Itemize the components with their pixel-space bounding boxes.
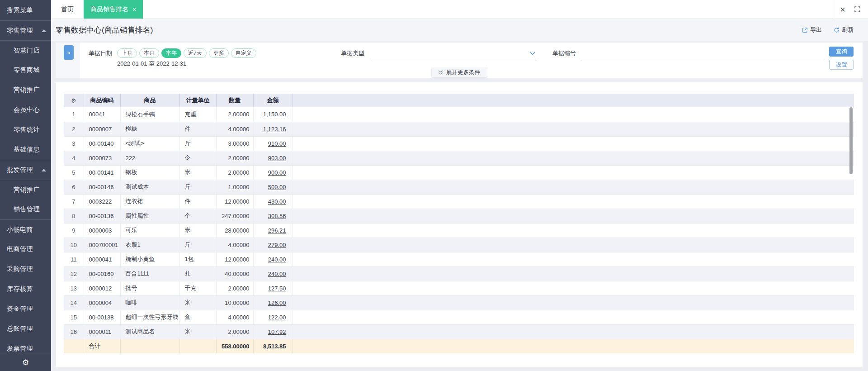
amount-link[interactable]: 910.00 [268, 140, 286, 147]
amount-link[interactable]: 127.50 [268, 285, 286, 292]
export-button[interactable]: 导出 [802, 26, 822, 34]
amount-link[interactable]: 279.00 [268, 242, 286, 248]
tab-close-icon[interactable]: × [132, 6, 136, 13]
quantity-cell: 2.00000 [216, 324, 253, 339]
refresh-button[interactable]: 刷新 [834, 26, 854, 34]
product-name-cell: 百合1111 [120, 266, 179, 281]
sidebar-item[interactable]: 零售管理 [0, 20, 51, 40]
sidebar-item[interactable]: 搜索菜单 [0, 0, 51, 20]
date-pill[interactable]: 近7天 [184, 48, 207, 58]
sidebar-item[interactable]: 基础信息 [0, 140, 51, 160]
date-pill[interactable]: 上月 [117, 48, 137, 58]
total-empty-cell [120, 339, 179, 353]
table-row[interactable]: 70003222连衣裙件12.00000430.00 [64, 194, 854, 209]
amount-link[interactable]: 900.00 [268, 169, 286, 176]
amount-link[interactable]: 240.00 [268, 271, 286, 277]
filter-panel: » 单据日期 上月本月本年近7天更多自定义 2022-01-01 至 2022-… [56, 43, 863, 78]
table-row[interactable]: 1200-00160百合1111扎40.00000240.00 [64, 266, 854, 281]
quantity-cell: 28.00000 [216, 223, 253, 238]
product-code-cell: 00041 [84, 107, 120, 122]
filler-cell [292, 223, 854, 238]
amount-link[interactable]: 240.00 [268, 256, 286, 263]
product-name-cell: 连衣裙 [120, 194, 179, 209]
table-row[interactable]: 110000041腌制小黄鱼1包12.00000240.00 [64, 252, 854, 266]
tab-product-sales-ranking[interactable]: 商品销售排名 × [84, 0, 143, 19]
amount-link[interactable]: 1,150.00 [263, 111, 286, 118]
sidebar-item[interactable]: 总账管理 [0, 319, 51, 339]
unit-cell: 千克 [179, 281, 216, 295]
sidebar-item[interactable]: 会员中心 [0, 100, 51, 120]
table-row[interactable]: 600-00146测试成本斤1.00000500.00 [64, 180, 854, 194]
sidebar-item[interactable]: 零售统计 [0, 120, 51, 140]
vertical-scrollbar-thumb[interactable] [849, 107, 853, 174]
close-window-icon[interactable]: × [840, 5, 845, 14]
sidebar-item[interactable]: 销售管理 [0, 200, 51, 219]
date-pill[interactable]: 更多 [209, 48, 229, 58]
column-settings-gear-icon[interactable]: ⚙ [71, 97, 76, 104]
sidebar-item[interactable]: 小畅电商 [0, 219, 51, 239]
date-pill[interactable]: 本月 [139, 48, 159, 58]
sidebar-item[interactable]: 营销推广 [0, 80, 51, 100]
unit-cell: 米 [179, 165, 216, 180]
tab-bar: 首页 商品销售排名 × × [51, 0, 868, 19]
expand-side-panel-button[interactable]: » [64, 45, 74, 60]
unit-cell: 克重 [179, 107, 216, 122]
amount-link[interactable]: 107.92 [268, 328, 286, 335]
expand-more-conditions-button[interactable]: 展开更多条件 [431, 67, 487, 78]
table-row[interactable]: 100041绿松石手镯克重2.000001,150.00 [64, 107, 854, 122]
sidebar-item[interactable]: 资金管理 [0, 299, 51, 319]
sidebar-settings-gear-icon[interactable]: ⚙ [22, 359, 29, 366]
amount-link[interactable]: 1,123.16 [263, 126, 286, 133]
amount-link[interactable]: 308.56 [268, 213, 286, 219]
amount-link[interactable]: 430.00 [268, 198, 286, 205]
unit-cell: 令 [179, 151, 216, 165]
quantity-cell: 12.00000 [216, 252, 253, 266]
sidebar-item-label: 基础信息 [14, 146, 40, 154]
table-row[interactable]: 800-00136属性属性个247.00000308.56 [64, 209, 854, 223]
amount-link[interactable]: 500.00 [268, 184, 286, 190]
filler-cell [292, 281, 854, 295]
chevron-up-icon [42, 169, 46, 171]
product-code-cell: 00-00136 [84, 209, 120, 223]
table-row[interactable]: 40000073222令2.00000903.00 [64, 151, 854, 165]
settings-button[interactable]: 设置 [829, 60, 854, 70]
date-range-text: 2022-01-01 至 2022-12-31 [117, 60, 256, 68]
amount-link[interactable]: 296.21 [268, 227, 286, 234]
table-header-row: ⚙ 商品编码 商品 计量单位 数量 金额 [64, 94, 854, 107]
date-pill[interactable]: 本年 [161, 48, 181, 58]
sidebar-item[interactable]: 营销推广 [0, 180, 51, 200]
tab-home[interactable]: 首页 [51, 0, 84, 19]
product-code-cell: 0000012 [84, 281, 120, 295]
amount-link[interactable]: 122.00 [268, 314, 286, 321]
table-row[interactable]: 160000011测试商品名米2.00000107.92 [64, 324, 854, 339]
query-button[interactable]: 查询 [829, 47, 854, 57]
sidebar-item-label: 销售管理 [14, 205, 40, 214]
sidebar-item[interactable]: 批发管理 [0, 160, 51, 180]
table-row[interactable]: 90000003可乐米28.00000296.21 [64, 223, 854, 238]
column-header: 数量 [216, 94, 253, 107]
doc-type-label: 单据类型 [341, 48, 364, 59]
table-row[interactable]: 1500-00138超细一次性弓形牙线盒4.00000122.00 [64, 310, 854, 324]
amount-link[interactable]: 126.00 [268, 300, 286, 306]
sidebar-item[interactable]: 零售商城 [0, 60, 51, 80]
date-pill[interactable]: 自定义 [231, 48, 256, 58]
table-row[interactable]: 130000012批号千克2.00000127.50 [64, 281, 854, 295]
sidebar-item[interactable]: 采购管理 [0, 259, 51, 279]
sidebar-item[interactable]: 电商管理 [0, 239, 51, 259]
table-row[interactable]: 140000004咖啡米10.00000126.00 [64, 295, 854, 310]
table-row[interactable]: 20000007椪糖件4.000001,123.16 [64, 122, 854, 136]
amount-link[interactable]: 903.00 [268, 155, 286, 162]
sidebar-item[interactable]: 库存核算 [0, 279, 51, 299]
doc-number-input[interactable] [581, 48, 823, 59]
fullscreen-icon[interactable] [854, 6, 860, 12]
sidebar-item-label: 采购管理 [7, 265, 33, 273]
sidebar-item-label: 零售管理 [7, 27, 33, 35]
table-row[interactable]: 10000700001衣服1斤4.00000279.00 [64, 238, 854, 252]
sidebar-item[interactable]: 智慧门店 [0, 40, 51, 60]
doc-type-select[interactable] [370, 48, 536, 59]
quantity-cell: 1.00000 [216, 180, 253, 194]
page-title: 零售数据中心(商品销售排名) [56, 25, 153, 35]
table-row[interactable]: 300-00140<测试>斤3.00000910.00 [64, 136, 854, 151]
table-row[interactable]: 500-00141钢板米2.00000900.00 [64, 165, 854, 180]
amount-cell: 122.00 [253, 310, 292, 324]
